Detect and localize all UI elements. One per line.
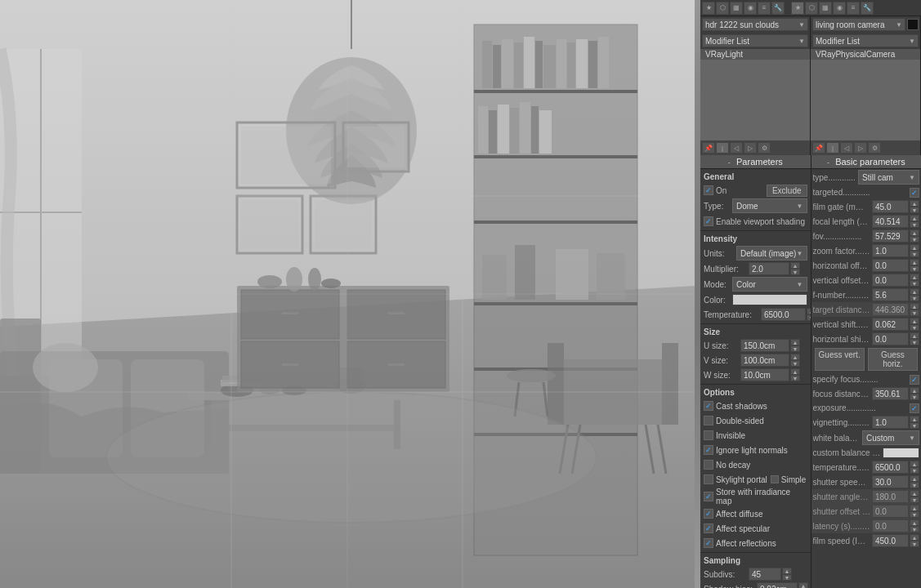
toolbar-star-icon[interactable]: ★	[702, 2, 715, 15]
subdivs-down[interactable]: ▼	[782, 574, 792, 581]
store-irradiance-label[interactable]: ✓ Store with irradiance map	[704, 488, 807, 506]
vignetting-up[interactable]: ▲	[910, 416, 919, 422]
shutter-speed-input[interactable]	[872, 475, 909, 488]
focal-length-down[interactable]: ▼	[910, 221, 919, 228]
temperature-input[interactable]	[761, 308, 806, 321]
exclude-button[interactable]: Exclude	[767, 185, 807, 197]
horiz-offset-up[interactable]: ▲	[910, 259, 919, 265]
u-size-input[interactable]	[740, 339, 789, 352]
zoom-factor-down[interactable]: ▼	[910, 251, 919, 257]
shutter-offset-up[interactable]: ▲	[910, 505, 919, 511]
params-scroll-area[interactable]: General ✓ On Exclude Type: Dome ▼	[700, 169, 811, 588]
vraycam-modifier-dropdown[interactable]: Modifier List ▼	[812, 34, 919, 47]
shadow-bias-input[interactable]	[757, 582, 798, 588]
vert-shift-down[interactable]: ▼	[910, 324, 919, 331]
exposure-checkbox[interactable]: ✓	[910, 403, 919, 413]
double-sided-label[interactable]: Double-sided	[704, 416, 764, 425]
film-speed-up[interactable]: ▲	[910, 534, 919, 541]
cam-temperature-down[interactable]: ▼	[910, 467, 919, 474]
vignetting-down[interactable]: ▼	[910, 422, 919, 429]
ignore-normals-checkbox[interactable]: ✓	[704, 445, 713, 455]
affect-specular-checkbox[interactable]: ✓	[704, 523, 713, 533]
cast-shadows-checkbox[interactable]: ✓	[704, 401, 713, 411]
affect-diffuse-checkbox[interactable]: ✓	[704, 509, 713, 519]
zoom-factor-input[interactable]	[872, 244, 909, 257]
targeted-checkbox[interactable]: ✓	[910, 188, 919, 198]
invisible-label[interactable]: Invisible	[704, 430, 745, 440]
vraycam-dropdown[interactable]: living room camera ▼	[812, 18, 905, 31]
toolbar-star2-icon[interactable]: ★	[791, 2, 804, 15]
shadow-bias-up[interactable]: ▲	[798, 582, 808, 588]
invisible-checkbox[interactable]	[704, 430, 713, 440]
affect-reflections-label[interactable]: ✓ Affect reflections	[704, 538, 776, 548]
no-decay-checkbox[interactable]	[704, 460, 713, 470]
subdivs-up[interactable]: ▲	[782, 568, 792, 574]
multiplier-down[interactable]: ▼	[790, 269, 800, 275]
cam-temperature-up[interactable]: ▲	[910, 461, 919, 467]
vraycam-tool-next[interactable]: ▷	[854, 142, 867, 154]
vert-offset-up[interactable]: ▲	[910, 274, 919, 280]
units-dropdown[interactable]: Default (image) ▼	[736, 246, 807, 261]
affect-diffuse-label[interactable]: ✓ Affect diffuse	[704, 509, 762, 519]
vert-offset-down[interactable]: ▼	[910, 280, 919, 287]
film-gate-input[interactable]	[872, 200, 909, 213]
focal-length-input[interactable]	[872, 215, 909, 228]
basic-params-scroll[interactable]: type............ Still cam ▼ targeted...…	[811, 169, 922, 588]
shutter-angle-input[interactable]	[872, 490, 909, 503]
shutter-speed-down[interactable]: ▼	[910, 482, 919, 488]
toolbar-hex-icon[interactable]: ⬡	[716, 2, 729, 15]
shutter-speed-up[interactable]: ▲	[910, 475, 919, 482]
vraylight-tool-pin[interactable]: 📌	[702, 142, 715, 154]
focus-dist-down[interactable]: ▼	[910, 394, 919, 400]
simple-checkbox[interactable]	[771, 475, 779, 483]
vraycam-tool-prev[interactable]: ◁	[840, 142, 853, 154]
multiplier-input[interactable]	[749, 262, 789, 275]
horiz-shift-up[interactable]: ▲	[910, 332, 919, 339]
ignore-normals-label[interactable]: ✓ Ignore light normals	[704, 445, 788, 455]
cast-shadows-label[interactable]: ✓ Cast shadows	[704, 401, 767, 411]
color-swatch[interactable]	[732, 294, 807, 305]
u-size-up[interactable]: ▲	[790, 339, 800, 345]
target-dist-input[interactable]	[872, 303, 909, 316]
temperature-up[interactable]: ▲	[807, 308, 811, 314]
toolbar-circle-icon[interactable]: ◉	[744, 2, 757, 15]
focus-dist-up[interactable]: ▲	[910, 387, 919, 394]
latency-input[interactable]	[872, 519, 909, 532]
temperature-down[interactable]: ▼	[807, 314, 811, 321]
target-dist-down[interactable]: ▼	[910, 310, 919, 316]
latency-down[interactable]: ▼	[910, 526, 919, 532]
f-number-up[interactable]: ▲	[910, 288, 919, 295]
specify-focus-checkbox[interactable]: ✓	[910, 375, 919, 385]
w-size-up[interactable]: ▲	[790, 368, 800, 375]
skylight-checkbox[interactable]	[704, 474, 713, 484]
f-number-down[interactable]: ▼	[910, 295, 919, 301]
affect-specular-label[interactable]: ✓ Affect specular	[704, 523, 770, 533]
subdivs-input[interactable]	[749, 568, 781, 581]
latency-up[interactable]: ▲	[910, 519, 919, 526]
double-sided-checkbox[interactable]	[704, 416, 713, 425]
horiz-offset-down[interactable]: ▼	[910, 265, 919, 272]
vraylight-tool-settings[interactable]: ⚙	[758, 142, 771, 154]
toolbar-list2-icon[interactable]: ≡	[847, 2, 860, 15]
affect-reflections-checkbox[interactable]: ✓	[704, 538, 713, 548]
vraycam-tool-pin[interactable]: 📌	[812, 142, 825, 154]
white-balance-dropdown[interactable]: Custom ▼	[862, 430, 919, 445]
focus-dist-input[interactable]	[872, 387, 909, 400]
guess-vert-button[interactable]: Guess vert.	[815, 348, 865, 371]
zoom-factor-up[interactable]: ▲	[910, 244, 919, 251]
shutter-offset-input[interactable]	[872, 505, 909, 518]
viewport-area[interactable]	[0, 0, 700, 588]
u-size-down[interactable]: ▼	[790, 345, 800, 352]
cam-temperature-input[interactable]	[872, 461, 909, 474]
toolbar-circle2-icon[interactable]: ◉	[833, 2, 846, 15]
fov-down[interactable]: ▼	[910, 236, 919, 243]
toolbar-hex2-icon[interactable]: ⬡	[805, 2, 818, 15]
horiz-offset-input[interactable]	[872, 259, 909, 272]
fov-up[interactable]: ▲	[910, 229, 919, 236]
multiplier-up[interactable]: ▲	[790, 262, 800, 269]
mode-dropdown[interactable]: Color ▼	[732, 277, 807, 292]
vraylight-dropdown[interactable]: hdr 1222 sun clouds ▼	[702, 18, 808, 31]
vraycam-tool-settings[interactable]: ⚙	[868, 142, 881, 154]
shutter-angle-down[interactable]: ▼	[910, 497, 919, 503]
vert-offset-input[interactable]	[872, 274, 909, 287]
